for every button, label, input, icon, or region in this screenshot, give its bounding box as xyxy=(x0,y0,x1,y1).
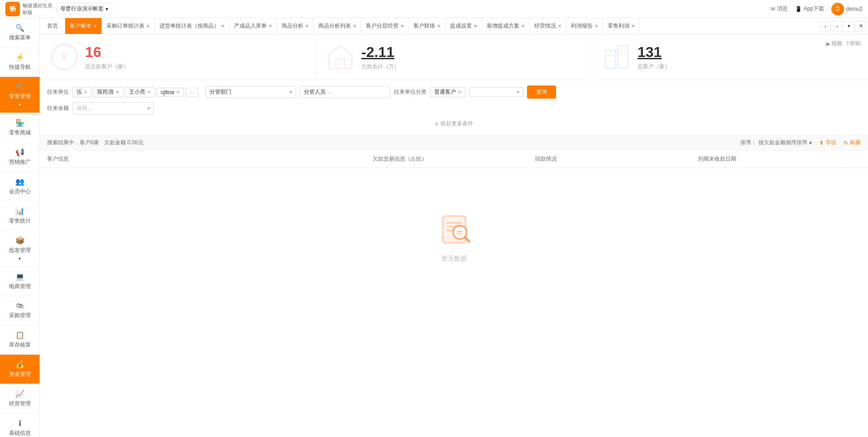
stat-helper-links: ▶ 视频 ? 帮助 xyxy=(826,40,861,48)
chevron-down-icon: ▾ xyxy=(19,256,21,261)
tab-customer-contact[interactable]: 客户联络 ✕ xyxy=(409,18,446,34)
sidebar-item-retail[interactable]: 🛒 零售管理 ▾ xyxy=(0,77,39,113)
tab-production[interactable]: 产成品入库单 ✕ xyxy=(230,18,277,34)
tab-close-icon[interactable]: ✕ xyxy=(400,24,404,28)
sidebar-item-quicknav[interactable]: ⚡ 快捷导航 xyxy=(0,48,39,77)
sidebar-item-mall[interactable]: 🏪 零售商城 xyxy=(0,113,39,142)
query-button[interactable]: 查询 xyxy=(527,86,556,99)
help-link[interactable]: ? 帮助 xyxy=(846,40,861,48)
ecommerce-icon: 💻 xyxy=(15,272,24,281)
tab-close-icon[interactable]: ✕ xyxy=(521,24,525,28)
empty-text: 暂无数据 xyxy=(441,255,467,263)
filter-tag-close-wang[interactable]: ✕ xyxy=(147,90,151,95)
filter-dept-select[interactable]: 分管部门 ▾ xyxy=(206,86,296,98)
tab-close-icon[interactable]: ✕ xyxy=(221,24,225,28)
video-help-link[interactable]: ▶ 视频 xyxy=(826,40,842,48)
finance-icon: 💰 xyxy=(15,360,24,369)
tab-close-icon[interactable]: ✕ xyxy=(353,24,356,28)
chevron-down-icon: ▾ xyxy=(809,140,812,146)
sidebar-item-basics[interactable]: ℹ 基础信息 xyxy=(0,413,39,437)
purchase-icon: 🛍 xyxy=(16,302,24,310)
message-icon: ✉ xyxy=(771,6,775,12)
basics-icon: ℹ xyxy=(19,419,21,428)
export-label: 导出 xyxy=(825,139,836,147)
tab-profit-report[interactable]: 利润报告 ✕ xyxy=(566,18,603,34)
export-button[interactable]: ⬆ 导出 xyxy=(819,139,836,147)
filter-tag-close-cjttcw[interactable]: ✕ xyxy=(176,90,180,95)
tab-retail-profit[interactable]: 零售利润 ✕ xyxy=(603,18,640,34)
filter-person-dots: ··· xyxy=(327,89,332,95)
tab-customer-tier[interactable]: 客户分层经营 ✕ xyxy=(361,18,409,34)
store-selector[interactable]: 母婴行业演示帐套 ▾ xyxy=(56,3,112,15)
sidebar-item-finance[interactable]: 💰 资金管理 xyxy=(0,355,39,384)
filter-tag-more[interactable]: ··· xyxy=(186,88,198,97)
stat-debt-info: -2.11 欠款合计（万） xyxy=(361,43,399,70)
sidebar-item-ecommerce[interactable]: 💻 电商管理 xyxy=(0,267,39,296)
logo-area: 畅 畅捷通好生意 标版 xyxy=(5,2,53,16)
sidebar-item-search[interactable]: 🔍 搜索菜单 xyxy=(0,18,39,48)
sidebar-item-member[interactable]: 👥 会员中心 xyxy=(0,172,39,201)
stat-block-all-customers: 131 总客户（家） ▶ 视频 ? 帮助 xyxy=(592,34,868,80)
tabs-next-btn[interactable]: › xyxy=(832,21,843,32)
tabs-close-all-btn[interactable]: ✕ xyxy=(855,21,866,32)
tab-close-icon[interactable]: ✕ xyxy=(558,24,561,28)
help-icon: ? xyxy=(846,41,849,47)
sidebar-item-marketing[interactable]: 📢 营销推广 xyxy=(0,142,39,172)
tab-goods-analysis[interactable]: 商品分析 ✕ xyxy=(277,18,314,34)
tab-close-icon[interactable]: ✕ xyxy=(93,24,97,28)
tab-label: 客户账本 xyxy=(70,22,91,30)
tabs-menu-btn[interactable]: ▾ xyxy=(844,21,854,32)
tab-purchase-goods-stats[interactable]: 进货单统计表（按商品） ✕ xyxy=(155,18,230,34)
refresh-button[interactable]: ↻ 刷新 xyxy=(844,139,861,147)
filter-balance-select[interactable]: 选择... ▾ xyxy=(72,102,154,114)
tab-commission-settings[interactable]: 提成设置 ✕ xyxy=(446,18,482,34)
filter-tag-chen: 陈民强 ✕ xyxy=(93,87,123,97)
app-download-action[interactable]: 📱 App下载 xyxy=(795,5,824,13)
tab-customer-ledger[interactable]: 客户账本 ✕ xyxy=(65,18,102,34)
tab-label: 商品分析列表 xyxy=(318,22,351,30)
sidebar-item-purchase[interactable]: 🛍 采购管理 xyxy=(0,296,39,325)
sidebar-item-label: 快捷导航 xyxy=(9,63,31,71)
tab-close-icon[interactable]: ✕ xyxy=(437,24,441,28)
tab-home[interactable]: 首页 xyxy=(40,18,65,34)
tab-label: 经营情况 xyxy=(534,22,556,30)
filter-category-label: 往来单位分类 xyxy=(394,88,427,96)
sidebar-item-retailstat[interactable]: 📊 零售统计 xyxy=(0,201,39,231)
user-action[interactable]: D demo2 xyxy=(831,3,863,15)
main-content: ¥ 16 总欠款客户（家） xyxy=(40,34,868,437)
tab-close-icon[interactable]: ✕ xyxy=(595,24,598,28)
tab-goods-analysis-list[interactable]: 商品分析列表 ✕ xyxy=(314,18,361,34)
tab-close-icon[interactable]: ✕ xyxy=(269,24,272,28)
filter-category-select[interactable]: ▾ xyxy=(469,87,523,97)
filter-tag-close-normal[interactable]: ✕ xyxy=(458,90,461,95)
col-customer-info: 客户信息 xyxy=(47,155,373,163)
filter-person-label: 分管人员 xyxy=(304,88,326,96)
stat-debt-value: -2.11 xyxy=(361,43,399,61)
table-header: 客户信息 欠款交易信息（占比） 回款情况 到期未收款日期 xyxy=(40,151,868,168)
retailstat-icon: 📊 xyxy=(15,207,24,215)
filter-person-select[interactable]: 分管人员 ··· xyxy=(300,86,390,98)
sidebar-item-wholesale[interactable]: 📦 批发管理 ▾ xyxy=(0,231,39,267)
message-action[interactable]: ✉ 消息 xyxy=(771,5,788,13)
collapse-button[interactable]: ∧ 收起更多条件 xyxy=(47,118,861,129)
tab-business-status[interactable]: 经营情况 ✕ xyxy=(530,18,566,34)
tab-close-icon[interactable]: ✕ xyxy=(474,24,477,28)
sort-selector[interactable]: 排序： 按欠款金额倒序排序 ▾ xyxy=(740,139,812,147)
svg-rect-4 xyxy=(608,55,609,57)
tab-purchase-order-stats[interactable]: 采购订单统计表 ✕ xyxy=(102,18,155,34)
tab-close-icon[interactable]: ✕ xyxy=(631,24,635,28)
wholesale-icon: 📦 xyxy=(15,236,24,245)
store-dropdown-icon: ▾ xyxy=(106,6,108,12)
tabs-prev-btn[interactable]: ‹ xyxy=(820,21,831,32)
svg-rect-7 xyxy=(624,50,626,52)
tab-close-icon[interactable]: ✕ xyxy=(305,24,309,28)
user-avatar: D xyxy=(831,3,844,15)
sidebar-item-operations[interactable]: 📈 经营管理 xyxy=(0,384,39,413)
tab-close-icon[interactable]: ✕ xyxy=(146,24,150,28)
filter-tag-close-wu[interactable]: ✕ xyxy=(84,90,87,95)
stat-customers-value: 16 xyxy=(85,43,129,61)
sidebar-item-inventory[interactable]: 📋 库存核算 xyxy=(0,325,39,355)
filter-tag-close-chen[interactable]: ✕ xyxy=(115,90,119,95)
chevron-down-icon: ▾ xyxy=(517,90,519,95)
tab-new-commission[interactable]: 新增提成方案 ✕ xyxy=(482,18,530,34)
